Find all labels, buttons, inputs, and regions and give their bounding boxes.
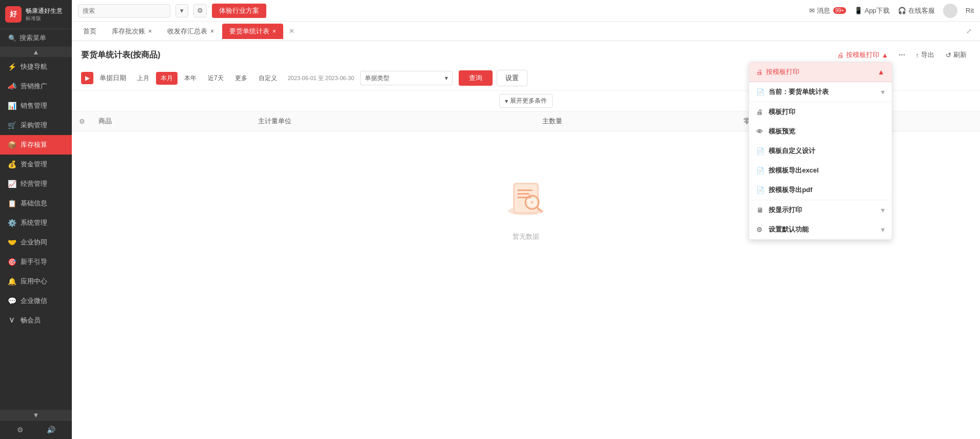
page-title: 要货单统计表(按商品) [81,50,161,61]
export-excel-icon: 📄 [756,167,765,175]
type-select[interactable]: 单据类型 ▾ [360,71,453,85]
type-select-arrow: ▾ [445,74,448,82]
sidebar-item-wechat[interactable]: 💬 企业微信 [0,291,72,311]
dropdown-close-btn[interactable]: ▲ [877,68,885,76]
tab-receipt-summary-close[interactable]: × [210,28,214,35]
tab-batch-account-label: 库存批次账 [112,27,145,36]
sidebar-item-newbie[interactable]: 🎯 新手引导 [0,252,72,272]
settings-btn[interactable]: 设置 [497,70,527,86]
audio-bottom-btn[interactable]: 🔊 [47,426,55,434]
tab-batch-account-close[interactable]: × [148,28,152,35]
dropdown-title-text: 按模板打印 [766,67,799,77]
app-name: 畅康通好生意 [26,7,63,15]
sidebar-item-finance[interactable]: 💰 资金管理 [0,155,72,174]
sidebar-bottom: ⚙ 🔊 [0,420,72,439]
sidebar-item-operations[interactable]: 📈 经营管理 [0,174,72,194]
tab-batch-account[interactable]: 库存批次账 × [105,24,159,39]
quick-nav-icon: ⚡ [7,63,16,71]
date-tab-current-month[interactable]: 本月 [156,72,178,85]
tab-order-stats[interactable]: 要货单统计表 × [222,24,283,39]
sidebar-item-basics[interactable]: 📋 基础信息 [0,194,72,213]
export-excel-label: 按模板导出excel [769,166,819,175]
refresh-label: 刷新 [953,50,967,60]
query-btn[interactable]: 查询 [459,70,493,86]
more-actions-btn[interactable]: ··· [895,49,908,61]
dropdown-template-print[interactable]: 🖨 模板打印 [749,102,892,122]
sidebar-item-appstore[interactable]: 🔔 应用中心 [0,272,72,291]
date-tab-last7[interactable]: 近7天 [203,72,228,85]
online-service-btn[interactable]: 🎧 在线客服 [898,6,935,15]
appstore-icon: 🔔 [7,277,16,285]
sidebar-item-label: 企业微信 [21,296,47,306]
set-default-label: 设置默认功能 [769,225,809,234]
sidebar-item-sales[interactable]: 📊 销售管理 [0,96,72,116]
template-custom-label: 模板自定义设计 [769,146,815,156]
topbar-search-input[interactable] [78,4,170,17]
refresh-btn[interactable]: ↺ 刷新 [942,48,971,62]
topbar-gear-btn[interactable]: ⚙ [193,4,207,17]
print-btn-wrapper: 🖨 按模板打印 ▲ 🖨 按模板打印 ▲ [833,48,892,62]
purchase-icon: 🛒 [7,121,16,129]
date-tab-current-year[interactable]: 本年 [180,72,201,85]
topbar-right: ✉ 消息 99+ 📱 App下载 🎧 在线客服 Rit [809,4,974,18]
sidebar-item-marketing[interactable]: 📣 营销推广 [0,77,72,96]
user-avatar[interactable] [943,4,957,18]
wechat-icon: 💬 [7,297,16,305]
industry-btn[interactable]: 体验行业方案 [212,4,266,18]
sidebar-item-purchase[interactable]: 🛒 采购管理 [0,116,72,135]
sidebar-scroll-up[interactable]: ▲ [0,47,72,57]
print-chevron-icon: ▲ [881,51,888,59]
messages-btn[interactable]: ✉ 消息 99+ [809,6,846,15]
tab-home-label: 首页 [83,27,96,36]
tab-order-stats-close[interactable]: × [272,28,276,35]
dropdown-header: 🖨 按模板打印 ▲ [749,62,892,82]
set-default-arrow: ▾ [881,226,885,234]
dropdown-title: 🖨 按模板打印 [756,67,799,77]
print-btn[interactable]: 🖨 按模板打印 ▲ [833,48,892,62]
dropdown-display-print[interactable]: 🖥 按显示打印 ▾ [749,200,892,220]
print-icon: 🖨 [837,51,844,59]
date-tabs: 上月 本月 本年 近7天 更多 自定义 [132,72,282,85]
empty-text: 暂无数据 [513,232,539,241]
tab-home[interactable]: 首页 [76,24,104,39]
sidebar-item-member[interactable]: V 畅会员 [0,311,72,330]
template-custom-icon: 📄 [756,147,765,155]
export-btn[interactable]: ↑ 导出 [912,48,939,62]
tab-close-all-btn[interactable]: ✕ [284,24,299,39]
page-header: 要货单统计表(按商品) 🖨 按模板打印 ▲ 🖨 [72,41,980,66]
th-unit: 主计量单位 [252,111,536,131]
sidebar-item-label: 系统管理 [21,218,47,227]
date-tab-prev-month[interactable]: 上月 [132,72,154,85]
sidebar-item-quick-nav[interactable]: ⚡ 快捷导航 [0,57,72,77]
sidebar-scroll-down[interactable]: ▼ [0,410,72,420]
sidebar-item-label: 畅会员 [21,316,41,325]
message-badge: 99+ [833,7,846,14]
filter-expand-btn[interactable]: ▶ [81,72,93,84]
date-tab-more[interactable]: 更多 [230,72,252,85]
th-settings[interactable]: ⚙ [72,111,92,131]
sidebar-item-inventory[interactable]: 📦 库存核算 [0,135,72,155]
topbar-dropdown-btn[interactable]: ▾ [175,4,188,17]
sidebar-search[interactable]: 🔍 搜索菜单 [0,29,72,47]
sidebar-item-enterprise[interactable]: 🤝 企业协同 [0,233,72,252]
sidebar-item-system[interactable]: ⚙️ 系统管理 [0,213,72,233]
dropdown-template-custom[interactable]: 📄 模板自定义设计 [749,141,892,161]
dropdown-current-label: 当前：要货单统计表 [769,87,829,97]
tab-expand-btn[interactable]: ⤢ [962,24,976,39]
template-print-icon: 🖨 [756,108,765,116]
dropdown-set-default[interactable]: ⚙ 设置默认功能 ▾ [749,220,892,239]
settings-bottom-btn[interactable]: ⚙ [17,426,24,434]
dropdown-export-excel[interactable]: 📄 按模板导出excel [749,161,892,180]
tab-receipt-summary[interactable]: 收发存汇总表 × [160,24,221,39]
message-icon: ✉ [809,7,815,14]
date-tab-custom[interactable]: 自定义 [254,72,282,85]
dropdown-template-preview[interactable]: 👁 模板预览 [749,122,892,141]
app-download-btn[interactable]: 📱 App下载 [854,6,890,15]
refresh-icon: ↺ [946,51,951,59]
expand-more-icon: ▾ [505,98,508,105]
header-actions: 🖨 按模板打印 ▲ 🖨 按模板打印 ▲ [833,48,971,62]
expand-more-btn[interactable]: ▾ 展开更多条件 [499,94,553,108]
dropdown-current-item[interactable]: 📄 当前：要货单统计表 ▾ [749,82,892,102]
dropdown-export-pdf[interactable]: 📄 按模板导出pdf [749,180,892,200]
sidebar-nav: ⚡ 快捷导航 📣 营销推广 📊 销售管理 🛒 采购管理 📦 库存核算 💰 资金管… [0,57,72,410]
